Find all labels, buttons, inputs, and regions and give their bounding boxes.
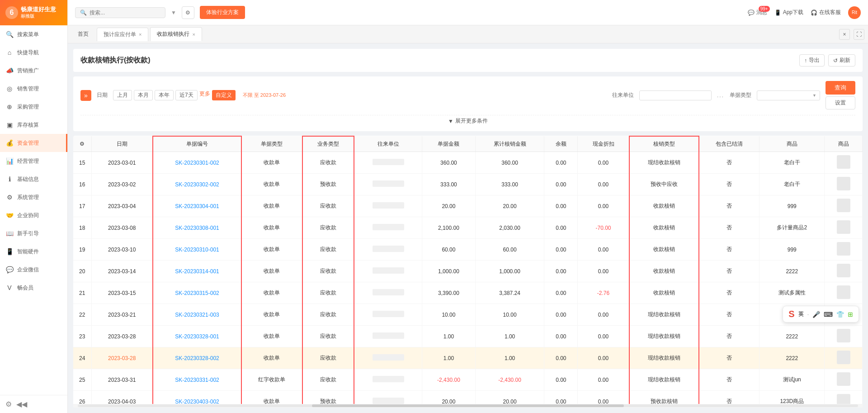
row-discount: 0.00 xyxy=(578,304,629,326)
more-dates-link[interactable]: 更多 xyxy=(199,90,210,100)
row-partner xyxy=(354,217,422,239)
message-button[interactable]: 💬 消息 99+ xyxy=(748,9,767,16)
row-settled: 60.00 xyxy=(475,239,544,261)
system-icon: ⚙ xyxy=(5,193,14,201)
settings-bottom-icon[interactable]: ⚙ xyxy=(5,400,12,408)
partner-input[interactable] xyxy=(639,90,712,100)
sidebar-item-hardware[interactable]: 📱 智能硬件 xyxy=(0,242,67,261)
collapse-icon[interactable]: ◀◀ xyxy=(16,400,27,408)
row-cancel-type: 收款核销 xyxy=(629,195,699,217)
row-date: 2023-03-28 xyxy=(91,347,153,369)
last-month-button[interactable]: 上月 xyxy=(113,90,132,100)
toolbar-keyboard-icon[interactable]: ⌨ xyxy=(824,311,833,318)
row-partner xyxy=(354,152,422,174)
sidebar-item-label: 经营管理 xyxy=(17,157,39,165)
sidebar-logo: 6 畅康道好生意 标推版 xyxy=(0,0,67,25)
row-biz-type: 预收款 xyxy=(302,391,354,404)
expand-more-button[interactable]: ▼ 展开更多条件 xyxy=(80,115,855,127)
search-input[interactable] xyxy=(90,9,148,16)
col-biz-type: 业务类型 xyxy=(302,136,354,152)
service-button[interactable]: 🎧 在线客服 xyxy=(811,9,841,16)
sidebar-item-label: 库存核算 xyxy=(17,121,39,129)
close-tab-button[interactable]: × xyxy=(839,29,850,40)
this-year-button[interactable]: 本年 xyxy=(155,90,174,100)
tab-payable[interactable]: 预计应应付单 × xyxy=(97,28,148,41)
table-row: 17 2023-03-04 SK-20230304-001 收款单 应收款 20… xyxy=(73,195,863,217)
row-discount: 0.00 xyxy=(578,174,629,195)
sidebar-item-quick[interactable]: ⌂ 快捷导航 xyxy=(0,43,67,62)
sidebar-item-sales[interactable]: ◎ 销售管理 xyxy=(0,80,67,98)
this-month-button[interactable]: 本月 xyxy=(134,90,153,100)
sidebar: 6 畅康道好生意 标推版 🔍 搜索菜单 ⌂ 快捷导航 📣 营销推广 ◎ 销售管理… xyxy=(0,0,68,413)
row-partner xyxy=(354,326,422,347)
sidebar-item-basic[interactable]: ℹ 基础信息 xyxy=(0,170,67,188)
sidebar-item-marketing[interactable]: 📣 营销推广 xyxy=(0,62,67,80)
bill-no-link[interactable]: SK-20230331-002 xyxy=(175,377,219,383)
bill-no-link[interactable]: SK-20230403-002 xyxy=(175,399,219,404)
row-bill-type: 收款单 xyxy=(241,261,302,282)
bill-no-link[interactable]: SK-20230315-002 xyxy=(175,290,219,296)
refresh-button[interactable]: ↺ 刷新 xyxy=(828,54,855,66)
partner-blurred xyxy=(373,180,404,187)
scrollbar-thumb[interactable] xyxy=(312,404,624,407)
row-bill-type: 收款单 xyxy=(241,282,302,304)
export-button[interactable]: ↑ 导出 xyxy=(799,54,825,66)
settings-icon[interactable]: ⚙ xyxy=(182,6,194,19)
tab-close-icon[interactable]: × xyxy=(192,32,195,37)
row-bill-type: 收款单 xyxy=(241,326,302,347)
app-download-button[interactable]: 📱 App下载 xyxy=(774,9,803,16)
toolbar-shirt-icon[interactable]: 👕 xyxy=(836,311,844,318)
topbar-right: 💬 消息 99+ 📱 App下载 🎧 在线客服 Rit xyxy=(748,6,861,19)
toolbar-mic-icon[interactable]: 🎤 xyxy=(812,311,820,318)
sidebar-item-purchase[interactable]: ⊕ 采购管理 xyxy=(0,98,67,116)
sidebar-item-member[interactable]: V 畅会员 xyxy=(0,279,67,297)
bill-no-link[interactable]: SK-20230304-001 xyxy=(175,203,219,209)
bill-no-link[interactable]: SK-20230321-003 xyxy=(175,312,219,318)
bill-no-link[interactable]: SK-20230314-001 xyxy=(175,268,219,275)
type-select[interactable] xyxy=(757,90,820,100)
query-button[interactable]: 查询 xyxy=(826,81,855,95)
row-cancel-type: 收款核销 xyxy=(629,239,699,261)
solution-button[interactable]: 体验行业方案 xyxy=(200,6,245,19)
row-discount: 0.00 xyxy=(578,261,629,282)
sidebar-item-label: 基础信息 xyxy=(17,176,39,183)
bill-no-link[interactable]: SK-20230310-001 xyxy=(175,247,219,253)
tab-collection[interactable]: 收款核销执行 × xyxy=(150,27,202,41)
horizontal-scrollbar[interactable] xyxy=(73,404,863,408)
toolbar-grid-icon[interactable]: ⊞ xyxy=(848,311,853,318)
sidebar-item-system[interactable]: ⚙ 系统管理 xyxy=(0,188,67,206)
product-thumbnail xyxy=(837,264,850,277)
avatar[interactable]: Rit xyxy=(848,6,861,19)
bill-no-link[interactable]: SK-20230328-002 xyxy=(175,355,219,361)
bill-no-link[interactable]: SK-20230308-001 xyxy=(175,225,219,231)
sidebar-item-enterprise[interactable]: 🤝 企业协同 xyxy=(0,206,67,224)
row-discount: -2.76 xyxy=(578,282,629,304)
more-filters-dots[interactable]: ... xyxy=(717,92,724,99)
row-biz-type: 应收款 xyxy=(302,369,354,391)
tab-close-icon[interactable]: × xyxy=(139,32,142,37)
sidebar-item-operation[interactable]: 📊 经营管理 xyxy=(0,152,67,170)
maximize-tab-button[interactable]: ⛶ xyxy=(854,29,864,40)
col-settings[interactable]: ⚙ xyxy=(73,136,91,152)
dropdown-arrow-icon[interactable]: ▼ xyxy=(171,9,176,16)
row-included: 否 xyxy=(699,326,760,347)
sidebar-item-guide[interactable]: 📖 新手引导 xyxy=(0,224,67,242)
bill-no-link[interactable]: SK-20230328-001 xyxy=(175,333,219,340)
tab-home[interactable]: 首页 xyxy=(71,28,95,41)
sidebar-item-wechat[interactable]: 💬 企业微信 xyxy=(0,261,67,279)
row-date: 2023-03-15 xyxy=(91,282,153,304)
row-biz-type: 应收款 xyxy=(302,261,354,282)
sidebar-item-inventory[interactable]: ▣ 库存核算 xyxy=(0,116,67,134)
last-7days-button[interactable]: 近7天 xyxy=(175,90,198,100)
sidebar-item-search[interactable]: 🔍 搜索菜单 xyxy=(0,25,67,43)
settings-button[interactable]: 设置 xyxy=(826,96,855,109)
row-discount: 0.00 xyxy=(578,195,629,217)
row-bill-no: SK-20230302-002 xyxy=(153,174,241,195)
filter-expand-button[interactable]: » xyxy=(80,90,91,101)
custom-date-button[interactable]: 自定义 xyxy=(212,90,236,100)
bill-no-link[interactable]: SK-20230301-002 xyxy=(175,160,219,166)
toolbar-item-1[interactable]: 英 xyxy=(798,310,804,318)
table-scroll-area[interactable]: ⚙ 日期 单据编号 单据类型 业务类型 往来单位 单据金额 累计核销金额 余额 … xyxy=(73,136,863,404)
bill-no-link[interactable]: SK-20230302-002 xyxy=(175,181,219,188)
sidebar-item-finance[interactable]: 💰 资金管理 xyxy=(0,134,67,152)
